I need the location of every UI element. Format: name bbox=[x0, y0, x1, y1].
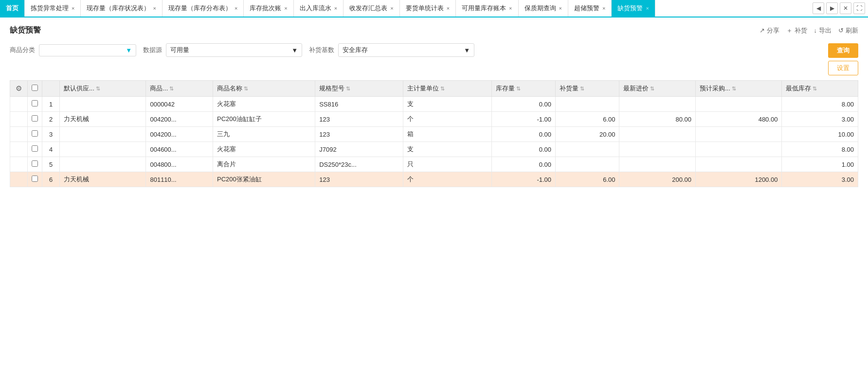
tab-close-icon[interactable]: × bbox=[153, 5, 156, 11]
sort-icon-product_name[interactable]: ⇅ bbox=[244, 86, 248, 91]
datasource-select-value: 可用量 bbox=[170, 46, 189, 54]
cell-est_purchase bbox=[695, 142, 781, 157]
refresh-icon: ↺ bbox=[838, 27, 844, 34]
refresh-button[interactable]: ↺刷新 bbox=[838, 26, 858, 35]
tab-label: 保质期查询 bbox=[524, 4, 556, 13]
tab-close-icon[interactable]: × bbox=[72, 5, 74, 11]
settings-button[interactable]: 设置 bbox=[828, 61, 858, 75]
tab-receive[interactable]: 收发存汇总表× bbox=[344, 0, 399, 17]
col-header-min_stock[interactable]: 最低库存⇅ bbox=[782, 81, 858, 97]
cell-spec: 123 bbox=[315, 112, 403, 127]
row-number: 5 bbox=[42, 157, 60, 172]
tab-expiry[interactable]: 保质期查询× bbox=[519, 0, 568, 17]
tab-close-icon[interactable]: × bbox=[447, 5, 450, 11]
cell-product_code: 0000042 bbox=[146, 97, 213, 112]
replenish-button[interactable]: ＋补货 bbox=[786, 26, 807, 35]
header-actions: ↗分享＋补货↓导出↺刷新 bbox=[760, 26, 859, 35]
cell-min_stock: 10.00 bbox=[782, 127, 858, 142]
export-icon: ↓ bbox=[814, 27, 817, 34]
refresh-label: 刷新 bbox=[846, 26, 858, 35]
sort-icon-latest_price[interactable]: ⇅ bbox=[650, 86, 654, 91]
row-checkbox[interactable] bbox=[32, 176, 38, 182]
col-header-latest_price[interactable]: 最新进价⇅ bbox=[619, 81, 696, 97]
category-filter-group: 商品分类 ▼ bbox=[10, 43, 136, 57]
replenish-base-value: 安全库存 bbox=[343, 46, 368, 54]
sort-icon-unit[interactable]: ⇅ bbox=[440, 86, 445, 91]
tab-close-icon[interactable]: × bbox=[235, 5, 237, 11]
tab-label: 缺货预警 bbox=[617, 4, 643, 13]
sort-icon-product_code[interactable]: ⇅ bbox=[169, 86, 174, 91]
sort-icon-min_stock[interactable]: ⇅ bbox=[813, 86, 817, 91]
sort-icon-stock[interactable]: ⇅ bbox=[516, 86, 521, 91]
tab-available[interactable]: 可用量库存账本× bbox=[456, 0, 518, 17]
tab-close-icon[interactable]: × bbox=[559, 5, 562, 11]
share-button[interactable]: ↗分享 bbox=[760, 26, 779, 35]
cell-product_name: PC200油缸缸子 bbox=[213, 112, 315, 127]
sort-icon-spec[interactable]: ⇅ bbox=[346, 86, 350, 91]
cell-unit: 个 bbox=[403, 112, 492, 127]
page-title: 缺货预警 bbox=[10, 25, 760, 35]
tab-order[interactable]: 要货单统计表× bbox=[400, 0, 456, 17]
tab-home[interactable]: 首页 bbox=[0, 0, 25, 17]
datasource-dropdown-arrow: ▼ bbox=[291, 47, 298, 54]
tab-inout[interactable]: 出入库流水× bbox=[294, 0, 344, 17]
page-header: 缺货预警 ↗分享＋补货↓导出↺刷新 bbox=[10, 25, 858, 35]
data-table: ⚙默认供应...⇅商品...⇅商品名称⇅规格型号⇅主计量单位⇅库存量⇅补货量⇅最… bbox=[10, 80, 858, 187]
tab-close-icon[interactable]: × bbox=[284, 5, 287, 11]
tab-inventory1[interactable]: 现存量（库存状况表）× bbox=[81, 0, 162, 17]
col-header-est_purchase[interactable]: 预计采购...⇅ bbox=[695, 81, 781, 97]
col-header-product_name[interactable]: 商品名称⇅ bbox=[213, 81, 315, 97]
sort-icon-est_purchase[interactable]: ⇅ bbox=[732, 86, 736, 91]
col-label-min_stock: 最低库存 bbox=[786, 85, 811, 92]
col-header-replenish_qty[interactable]: 补货量⇅ bbox=[556, 81, 619, 97]
col-header-supplier[interactable]: 默认供应...⇅ bbox=[60, 81, 146, 97]
col-header-stock[interactable]: 库存量⇅ bbox=[491, 81, 555, 97]
row-number: 1 bbox=[42, 97, 60, 112]
row-checkbox[interactable] bbox=[32, 115, 38, 122]
cell-stock: -1.00 bbox=[491, 112, 555, 127]
col-header-product_code[interactable]: 商品...⇅ bbox=[146, 81, 213, 97]
tab-next-button[interactable]: ▶ bbox=[826, 2, 838, 14]
category-select[interactable]: ▼ bbox=[39, 44, 136, 56]
row-checkbox[interactable] bbox=[32, 100, 38, 106]
cell-latest_price bbox=[619, 157, 696, 172]
row-settings-cell bbox=[10, 157, 28, 172]
cell-product_code: 004800... bbox=[146, 157, 213, 172]
cell-stock: 0.00 bbox=[491, 142, 555, 157]
sort-icon-replenish_qty[interactable]: ⇅ bbox=[580, 86, 584, 91]
sort-icon-supplier[interactable]: ⇅ bbox=[96, 86, 100, 91]
tab-prev-button[interactable]: ◀ bbox=[813, 2, 824, 14]
tab-close-icon[interactable]: × bbox=[334, 5, 337, 11]
share-icon: ↗ bbox=[760, 27, 765, 34]
tab-batch[interactable]: 库存批次账× bbox=[244, 0, 293, 17]
replenish-base-label: 补货基数 bbox=[309, 46, 334, 54]
tab-fullscreen-button[interactable]: ⛶ bbox=[853, 2, 865, 14]
col-header-spec[interactable]: 规格型号⇅ bbox=[315, 81, 403, 97]
tab-close-icon[interactable]: × bbox=[602, 5, 605, 11]
cell-latest_price: 200.00 bbox=[619, 172, 696, 187]
tab-close-icon[interactable]: × bbox=[509, 5, 512, 11]
row-checkbox[interactable] bbox=[32, 130, 38, 137]
cell-stock: 0.00 bbox=[491, 97, 555, 112]
row-number: 2 bbox=[42, 112, 60, 127]
row-checkbox[interactable] bbox=[32, 145, 38, 152]
row-checkbox[interactable] bbox=[32, 160, 38, 167]
table-settings-icon[interactable]: ⚙ bbox=[16, 84, 22, 92]
row-checkbox-cell bbox=[28, 127, 42, 142]
tab-close-all-button[interactable]: ✕ bbox=[840, 2, 851, 14]
tab-shortage[interactable]: 缺货预警× bbox=[612, 0, 655, 17]
col-header-unit[interactable]: 主计量单位⇅ bbox=[403, 81, 492, 97]
replenish-base-select[interactable]: 安全库存 ▼ bbox=[338, 43, 474, 57]
select-all-checkbox[interactable] bbox=[32, 85, 38, 91]
tab-inventory2[interactable]: 现存量（库存分布表）× bbox=[163, 0, 244, 17]
tab-label: 首页 bbox=[6, 4, 18, 13]
tab-close-icon[interactable]: × bbox=[646, 5, 649, 11]
tab-stale[interactable]: 拣货异常处理× bbox=[25, 0, 81, 17]
export-button[interactable]: ↓导出 bbox=[814, 26, 832, 35]
cell-supplier bbox=[60, 142, 146, 157]
query-button[interactable]: 查询 bbox=[828, 43, 858, 58]
tab-overstock[interactable]: 超储预警× bbox=[568, 0, 612, 17]
datasource-select[interactable]: 可用量 ▼ bbox=[166, 43, 302, 57]
row-checkbox-cell bbox=[28, 172, 42, 187]
tab-close-icon[interactable]: × bbox=[390, 5, 393, 11]
